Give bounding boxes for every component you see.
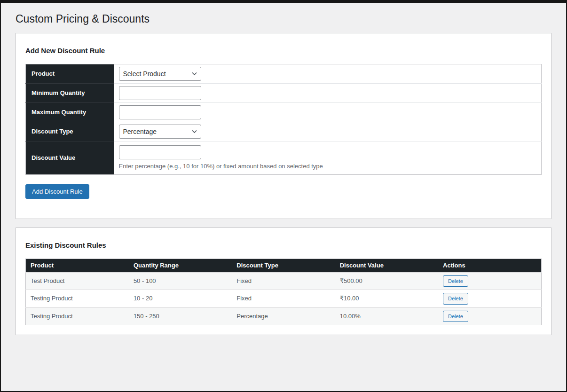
table-row: Test Product 50 - 100 Fixed ₹500.00 Dele…	[26, 273, 542, 290]
form-row-min-quantity: Minimum Quantity	[26, 83, 542, 102]
add-rule-form-table: Product Select Product Minimum Quantity	[25, 64, 542, 175]
max-quantity-input[interactable]	[119, 105, 201, 119]
column-header-actions: Actions	[438, 259, 541, 273]
cell-discount-value: ₹500.00	[335, 273, 438, 290]
cell-discount-type: Fixed	[232, 273, 335, 290]
cell-product: Testing Product	[26, 307, 129, 325]
discount-type-label: Discount Type	[26, 122, 114, 141]
add-rule-panel: Add New Discount Rule Product Select Pro…	[16, 33, 551, 220]
existing-rules-panel: Existing Discount Rules Product Quantity…	[16, 227, 551, 335]
product-select[interactable]: Select Product	[119, 67, 201, 81]
discount-type-select[interactable]: Percentage	[119, 125, 201, 139]
product-select-wrap: Select Product	[119, 67, 201, 81]
existing-rules-heading: Existing Discount Rules	[25, 241, 542, 249]
delete-button[interactable]: Delete	[443, 293, 468, 304]
column-header-product: Product	[26, 259, 129, 273]
discount-value-description: Enter percentage (e.g., 10 for 10%) or f…	[119, 163, 537, 170]
cell-discount-type: Percentage	[232, 307, 335, 325]
window-frame: Custom Pricing & Discounts Add New Disco…	[0, 0, 567, 392]
form-row-discount-value: Discount Value Enter percentage (e.g., 1…	[26, 141, 542, 174]
cell-discount-value: ₹10.00	[335, 290, 438, 307]
delete-button[interactable]: Delete	[443, 275, 468, 287]
cell-discount-type: Fixed	[232, 290, 335, 307]
form-row-product: Product Select Product	[26, 64, 542, 83]
add-discount-rule-button[interactable]: Add Discount Rule	[25, 184, 89, 199]
max-quantity-label: Maximum Quantity	[26, 102, 114, 122]
cell-quantity-range: 10 - 20	[129, 290, 232, 307]
column-header-discount-value: Discount Value	[335, 259, 438, 273]
cell-quantity-range: 150 - 250	[129, 307, 232, 325]
discount-value-input[interactable]	[119, 145, 201, 159]
discount-value-label: Discount Value	[26, 141, 114, 174]
delete-button[interactable]: Delete	[443, 311, 468, 322]
existing-rules-table: Product Quantity Range Discount Type Dis…	[25, 259, 542, 325]
column-header-quantity-range: Quantity Range	[129, 259, 232, 273]
form-row-max-quantity: Maximum Quantity	[26, 102, 542, 122]
form-row-discount-type: Discount Type Percentage	[26, 122, 542, 141]
add-rule-heading: Add New Discount Rule	[25, 47, 542, 55]
page-title: Custom Pricing & Discounts	[16, 12, 551, 26]
cell-product: Test Product	[26, 273, 129, 290]
table-row: Testing Product 10 - 20 Fixed ₹10.00 Del…	[26, 290, 542, 307]
cell-product: Testing Product	[26, 290, 129, 307]
cell-quantity-range: 50 - 100	[129, 273, 232, 290]
column-header-discount-type: Discount Type	[232, 259, 335, 273]
table-row: Testing Product 150 - 250 Percentage 10.…	[26, 307, 542, 325]
product-label: Product	[26, 64, 114, 83]
discount-type-select-wrap: Percentage	[119, 125, 201, 139]
min-quantity-input[interactable]	[119, 86, 201, 100]
min-quantity-label: Minimum Quantity	[26, 83, 114, 102]
table-header-row: Product Quantity Range Discount Type Dis…	[26, 259, 542, 273]
cell-discount-value: 10.00%	[335, 307, 438, 325]
